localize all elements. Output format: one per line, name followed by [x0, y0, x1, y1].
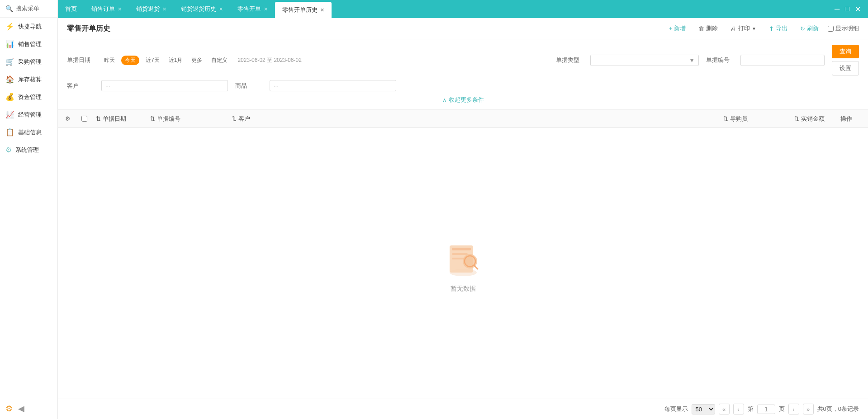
date-btn-today[interactable]: 今天: [121, 56, 139, 65]
sidebar-item-finance[interactable]: 💰 资金管理: [0, 88, 57, 106]
tab-sales-return-history-close[interactable]: ✕: [219, 6, 223, 12]
date-filter-label: 单据日期: [67, 56, 94, 64]
empty-state-icon: [441, 234, 486, 279]
refresh-icon: ↻: [800, 25, 805, 32]
tab-retail-history-close[interactable]: ✕: [320, 7, 324, 13]
refresh-button-label: 刷新: [807, 24, 819, 33]
sidebar: 🔍 搜索采单 ⚡ 快捷导航 📊 销售管理 🛒 采购管理 🏠 库存核算 💰 资金管…: [0, 0, 58, 419]
per-page-select[interactable]: 50 100 200: [692, 404, 715, 414]
date-btn-custom[interactable]: 自定义: [209, 56, 230, 65]
customer-select[interactable]: ···: [101, 80, 228, 91]
tab-sales-return[interactable]: 销货退货 ✕: [129, 0, 174, 18]
print-button-label: 打印: [738, 24, 750, 33]
main-content: 首页 销售订单 ✕ 销货退货 ✕ 销货退货历史 ✕ 零售开单 ✕ 零售开单历史 …: [58, 0, 868, 419]
tab-sales-return-history[interactable]: 销货退货历史 ✕: [174, 0, 230, 18]
page-number-input[interactable]: 1: [757, 405, 775, 414]
tab-home[interactable]: 首页: [58, 0, 84, 18]
th-date-label: 单据日期: [103, 115, 126, 123]
sidebar-bottom: ⚙ ◀: [0, 398, 57, 419]
query-buttons: 查询 设置: [832, 45, 859, 75]
print-button[interactable]: 🖨 打印 ▼: [727, 23, 760, 34]
add-button[interactable]: + 新增: [665, 23, 689, 34]
bill-type-arrow-icon: ▼: [689, 57, 695, 64]
th-amount-label: 实销金额: [801, 115, 825, 123]
sidebar-item-label: 销售管理: [18, 40, 42, 48]
bill-no-input[interactable]: [740, 55, 825, 66]
sidebar-item-inventory[interactable]: 🏠 库存核算: [0, 71, 57, 88]
last-page-btn[interactable]: »: [803, 404, 814, 414]
tab-sales-order-close[interactable]: ✕: [118, 6, 122, 12]
tab-retail-open[interactable]: 零售开单 ✕: [230, 0, 275, 18]
content-area: 零售开单历史 + 新增 🗑 删除 🖨 打印 ▼ ⬆ 导出 ↻ 刷新: [58, 18, 868, 419]
th-gear[interactable]: ⚙: [62, 115, 78, 122]
sort-icon: ⇅: [232, 115, 237, 122]
sidebar-item-system-mgmt[interactable]: ⚙ 系统管理: [0, 141, 57, 159]
page-title: 零售开单历史: [67, 24, 660, 33]
th-date[interactable]: ⇅ 单据日期: [92, 115, 147, 123]
sales-mgmt-icon: 📊: [5, 40, 14, 48]
sidebar-item-purchase-mgmt[interactable]: 🛒 采购管理: [0, 53, 57, 71]
select-all-checkbox[interactable]: [81, 116, 87, 122]
th-amount[interactable]: ⇅ 实销金额: [774, 115, 828, 123]
date-btn-more[interactable]: 更多: [189, 56, 205, 65]
delete-button[interactable]: 🗑 删除: [695, 23, 721, 34]
first-page-btn[interactable]: «: [719, 404, 730, 414]
display-detail-checkbox[interactable]: 显示明细: [828, 24, 859, 33]
sidebar-item-operations[interactable]: 📈 经营管理: [0, 106, 57, 123]
display-detail-input[interactable]: [828, 26, 834, 32]
query-button[interactable]: 查询: [832, 45, 859, 58]
export-button[interactable]: ⬆ 导出: [765, 23, 791, 34]
svg-rect-2: [452, 248, 471, 250]
tab-retail-history[interactable]: 零售开单历史 ✕: [275, 2, 332, 18]
tab-sales-order[interactable]: 销售订单 ✕: [84, 0, 129, 18]
collapse-up-icon: ∧: [442, 97, 447, 104]
sort-icon: ⇅: [723, 115, 728, 122]
tab-sales-return-close[interactable]: ✕: [162, 6, 166, 12]
total-info: 共0页，0条记录: [817, 405, 859, 413]
customer-filter-label: 客户: [67, 82, 94, 90]
export-icon: ⬆: [769, 25, 774, 32]
collapse-sidebar-icon[interactable]: ◀: [18, 404, 24, 414]
operations-icon: 📈: [5, 110, 14, 119]
sidebar-search[interactable]: 🔍 搜索采单: [0, 0, 57, 18]
svg-line-7: [474, 265, 478, 269]
filter-settings-button[interactable]: 设置: [832, 61, 859, 75]
page-suffix-label: 页: [779, 405, 785, 413]
filter-more-toggle[interactable]: ∧ 收起更多条件: [442, 96, 484, 104]
goods-select[interactable]: ···: [270, 80, 396, 91]
date-btn-7days[interactable]: 近7天: [143, 56, 162, 65]
inventory-icon: 🏠: [5, 75, 14, 84]
refresh-button[interactable]: ↻ 刷新: [797, 23, 822, 34]
th-billno[interactable]: ⇅ 单据编号: [147, 115, 228, 123]
filter-more-label: 收起更多条件: [449, 96, 484, 104]
th-checkbox[interactable]: [78, 116, 92, 122]
display-detail-label: 显示明细: [835, 24, 859, 33]
bill-type-select[interactable]: ▼: [590, 55, 699, 66]
sidebar-item-basic-info[interactable]: 📋 基础信息: [0, 123, 57, 141]
date-btn-1month[interactable]: 近1月: [166, 56, 185, 65]
th-salesperson[interactable]: ⇅ 导购员: [720, 115, 774, 123]
finance-icon: 💰: [5, 93, 14, 101]
sidebar-item-label: 经营管理: [18, 111, 42, 119]
quick-nav-icon: ⚡: [5, 22, 14, 31]
prev-page-btn[interactable]: ‹: [733, 404, 744, 414]
tab-bar-right: ─ □ ✕: [827, 5, 868, 14]
goods-placeholder: ···: [274, 82, 279, 89]
sort-icon: ⇅: [794, 115, 799, 122]
tab-retail-open-close[interactable]: ✕: [264, 6, 268, 12]
next-page-btn[interactable]: ›: [788, 404, 799, 414]
table-header: ⚙ ⇅ 单据日期 ⇅ 单据编号 ⇅ 客户 ⇅: [58, 110, 868, 128]
page-prefix-label: 第: [748, 405, 754, 413]
window-restore-icon[interactable]: □: [845, 5, 849, 13]
system-mgmt-icon: ⚙: [5, 146, 12, 154]
sidebar-item-quick-nav[interactable]: ⚡ 快捷导航: [0, 18, 57, 35]
date-btn-yesterday[interactable]: 昨天: [101, 56, 118, 65]
sidebar-item-label: 采购管理: [18, 58, 42, 66]
settings-gear-icon[interactable]: ⚙: [5, 404, 13, 414]
th-action: 操作: [828, 115, 864, 123]
window-minimize-icon[interactable]: ─: [835, 5, 840, 13]
sidebar-item-sales-mgmt[interactable]: 📊 销售管理: [0, 35, 57, 53]
th-customer[interactable]: ⇅ 客户: [228, 115, 720, 123]
window-close-icon[interactable]: ✕: [855, 5, 861, 14]
sort-icon: ⇅: [150, 115, 155, 122]
